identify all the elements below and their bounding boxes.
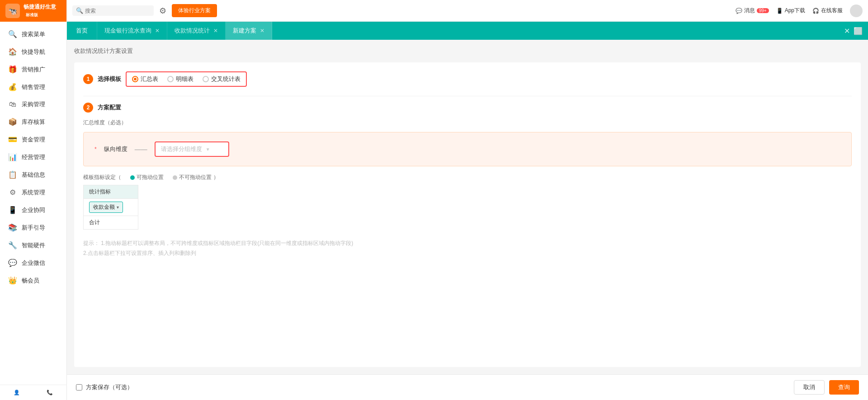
sidebar-item-member[interactable]: 👑 畅会员 [0, 272, 66, 289]
sales-icon: 💰 [8, 83, 17, 91]
user-icon: 👤 [14, 390, 20, 395]
tab-receipt-stats[interactable]: 收款情况统计 ✕ [167, 22, 226, 40]
step2-num: 2 [83, 103, 93, 113]
tab-receipt-stats-label: 收款情况统计 [175, 27, 210, 35]
sidebar-item-capital[interactable]: 💳 资金管理 [0, 131, 66, 148]
tabbar-actions: ✕ ⬜ [839, 27, 868, 35]
tab-new-plan-close[interactable]: ✕ [260, 28, 264, 34]
sidebar-item-label: 企业协同 [22, 206, 45, 214]
sidebar-item-system[interactable]: ⚙ 系统管理 [0, 184, 66, 201]
indicators-table-header: 统计指标 [84, 185, 138, 199]
message-label: 消息 [744, 7, 755, 14]
sidebar-item-label: 快捷导航 [22, 48, 45, 56]
operation-icon: 📊 [8, 153, 17, 161]
tips-section: 提示： 1.拖动标题栏可以调整布局，不可跨维度或指标区域拖动栏目字段(只能在同一… [83, 239, 852, 258]
logo-badge: 标准版 [24, 12, 39, 18]
indicators-table: 统计指标 收款金额 ▾ 合计 [83, 185, 138, 230]
sidebar-item-purchase[interactable]: 🛍 采购管理 [0, 96, 66, 113]
tabbar: 首页 现金银行流水查询 ✕ 收款情况统计 ✕ 新建方案 ✕ ✕ ⬜ [67, 22, 868, 40]
dimension-area: * 纵向维度 —— 请选择分组维度 ▼ [83, 132, 852, 166]
sidebar-nav: 🔍 搜索菜单 🏠 快捷导航 🎁 营销推广 💰 销售管理 🛍 采购管理 📦 库存核… [0, 22, 66, 385]
radio-summary[interactable]: 汇总表 [132, 75, 158, 83]
settings-card: 1 选择模板 汇总表 明细表 [74, 62, 861, 367]
purchase-icon: 🛍 [8, 100, 17, 108]
service-icon: 🎧 [812, 8, 819, 14]
indicators-header: 模板指标设定（ 可拖动位置 不可拖动位置 ） [83, 174, 852, 181]
tab-receipt-stats-close[interactable]: ✕ [213, 28, 218, 34]
sidebar: 🐄 畅捷通好生意 标准版 🔍 搜索菜单 🏠 快捷导航 🎁 营销推广 💰 销售管理… [0, 0, 67, 400]
cell2-label: 合计 [89, 219, 100, 226]
cell-tag-amount-label: 收款金额 [93, 203, 115, 211]
sidebar-item-operation[interactable]: 📊 经营管理 [0, 148, 66, 166]
sidebar-item-quick-nav[interactable]: 🏠 快捷导航 [0, 43, 66, 61]
main-area: 🔍 ⚙ 体验行业方案 💬 消息 99+ 📱 App下载 🎧 在线客服 首页 [67, 0, 868, 400]
sidebar-item-smart-hardware[interactable]: 🔧 智能硬件 [0, 236, 66, 254]
tab-bank-flow-close[interactable]: ✕ [155, 28, 160, 34]
app-download-item[interactable]: 📱 App下载 [776, 7, 805, 14]
collab-icon: 📱 [8, 206, 17, 214]
save-plan-checkbox[interactable] [76, 384, 82, 391]
sidebar-footer-right[interactable]: 📞 [47, 390, 53, 395]
industry-plan-button[interactable]: 体验行业方案 [172, 4, 217, 17]
search-input[interactable] [85, 8, 148, 14]
step1-title: 选择模板 [98, 75, 121, 83]
dimension-section-title: 汇总维度（必选） [83, 119, 852, 127]
footer: 方案保存（可选） 取消 查询 [67, 374, 868, 400]
template-options: 汇总表 明细表 交叉统计表 [126, 71, 247, 87]
sidebar-item-label: 销售管理 [22, 83, 45, 91]
message-item[interactable]: 💬 消息 99+ [736, 7, 769, 14]
sidebar-item-basic-info[interactable]: 📋 基础信息 [0, 166, 66, 184]
search-icon: 🔍 [76, 7, 83, 14]
step2-header: 2 方案配置 [83, 103, 852, 113]
wechat-icon: 💬 [8, 259, 17, 267]
sidebar-item-enterprise-wechat[interactable]: 💬 企业微信 [0, 254, 66, 272]
radio-detail-circle [167, 76, 174, 82]
sidebar-footer-left[interactable]: 👤 [14, 390, 20, 395]
not-draggable-label: 不可拖动位置 [179, 174, 212, 181]
sidebar-item-label: 资金管理 [22, 136, 45, 144]
tip-2: 2.点击标题栏下拉可设置排序、插入列和删除列 [83, 249, 852, 259]
sidebar-item-label: 库存核算 [22, 118, 45, 126]
maximize-icon[interactable]: ⬜ [854, 27, 863, 35]
dimension-select-placeholder: 请选择分组维度 [161, 145, 202, 153]
gift-icon: 🎁 [8, 65, 17, 74]
radio-cross[interactable]: 交叉统计表 [203, 75, 241, 83]
sidebar-item-search-menu[interactable]: 🔍 搜索菜单 [0, 25, 66, 43]
tab-bank-flow[interactable]: 现金银行流水查询 ✕ [97, 22, 167, 40]
chevron-down-icon: ▼ [206, 147, 210, 152]
sidebar-item-marketing[interactable]: 🎁 营销推广 [0, 61, 66, 78]
sidebar-item-sales[interactable]: 💰 销售管理 [0, 78, 66, 96]
sidebar-item-label: 搜索菜单 [22, 30, 45, 38]
avatar[interactable] [850, 5, 863, 17]
close-window-icon[interactable]: ✕ [844, 27, 850, 35]
footer-actions: 取消 查询 [794, 380, 859, 395]
sidebar-item-label: 系统管理 [22, 188, 45, 197]
dimension-select[interactable]: 请选择分组维度 ▼ [155, 141, 229, 157]
query-button[interactable]: 查询 [829, 380, 859, 395]
settings-icon[interactable]: ⚙ [159, 6, 166, 16]
page-title: 收款情况统计方案设置 [74, 47, 861, 55]
sidebar-item-label: 智能硬件 [22, 241, 45, 249]
online-service-label: 在线客服 [821, 7, 843, 14]
sidebar-logo: 🐄 畅捷通好生意 标准版 [0, 0, 66, 22]
search-box[interactable]: 🔍 [72, 5, 154, 16]
cancel-button[interactable]: 取消 [794, 380, 825, 395]
cell-tag-amount[interactable]: 收款金额 ▾ [89, 202, 123, 213]
online-service-item[interactable]: 🎧 在线客服 [812, 7, 843, 14]
radio-detail[interactable]: 明细表 [167, 75, 193, 83]
radio-detail-label: 明细表 [176, 75, 193, 83]
tab-new-plan[interactable]: 新建方案 ✕ [226, 22, 272, 40]
sidebar-item-label: 经营管理 [22, 153, 45, 161]
sidebar-item-label: 畅会员 [22, 277, 39, 285]
dimension-row: * 纵向维度 —— 请选择分组维度 ▼ [94, 141, 840, 157]
chevron-down-cell-icon: ▾ [117, 205, 119, 210]
sidebar-item-enterprise-collab[interactable]: 📱 企业协同 [0, 201, 66, 219]
config-section: 汇总维度（必选） * 纵向维度 —— 请选择分组维度 ▼ [83, 119, 852, 258]
member-icon: 👑 [8, 276, 17, 285]
tab-home[interactable]: 首页 [67, 22, 97, 40]
sidebar-item-inventory[interactable]: 📦 库存核算 [0, 113, 66, 131]
sidebar-item-beginner-guide[interactable]: 📚 新手引导 [0, 219, 66, 236]
radio-summary-circle [132, 76, 138, 82]
inventory-icon: 📦 [8, 118, 17, 126]
draggable-dot [130, 175, 135, 180]
